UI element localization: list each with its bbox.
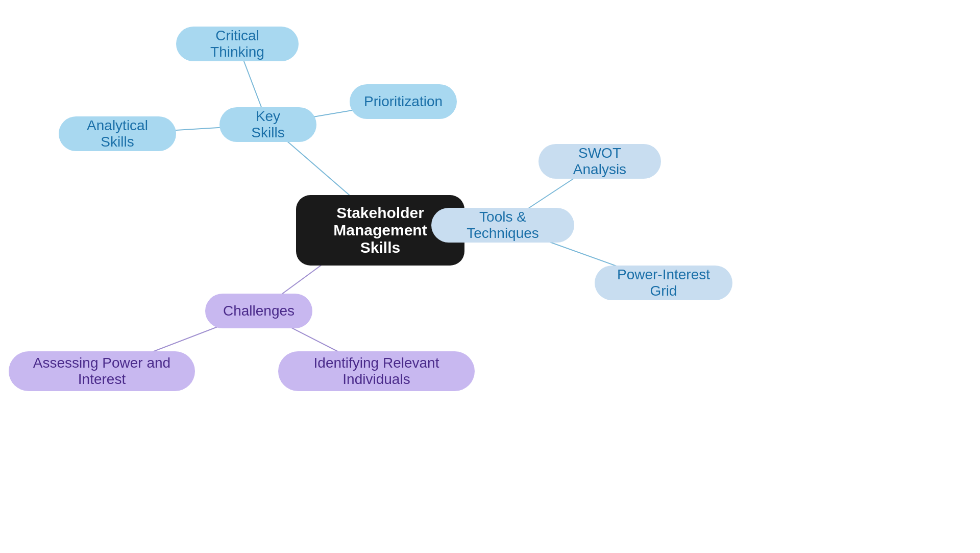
challenges-node: Challenges [205,294,312,328]
key-skills-node: Key Skills [219,107,316,142]
key-skills-label: Key Skills [238,108,298,141]
prioritization-label: Prioritization [364,93,443,110]
power-grid-label: Power-Interest Grid [613,267,714,299]
identifying-label: Identifying Relevant Individuals [297,355,456,388]
prioritization-node: Prioritization [350,84,457,119]
tools-node: Tools & Techniques [431,208,574,243]
identifying-node: Identifying Relevant Individuals [278,351,475,391]
assessing-label: Assessing Power and Interest [27,355,177,388]
center-label: Stakeholder Management Skills [314,204,446,256]
analytical-skills-label: Analytical Skills [77,117,158,150]
power-grid-node: Power-Interest Grid [595,266,732,300]
assessing-node: Assessing Power and Interest [9,351,195,391]
swot-label: SWOT Analysis [557,145,643,178]
critical-thinking-node: Critical Thinking [176,27,299,61]
analytical-skills-node: Analytical Skills [59,116,176,151]
critical-thinking-label: Critical Thinking [194,28,280,60]
swot-node: SWOT Analysis [538,144,661,179]
challenges-label: Challenges [223,303,295,319]
tools-label: Tools & Techniques [450,209,556,242]
